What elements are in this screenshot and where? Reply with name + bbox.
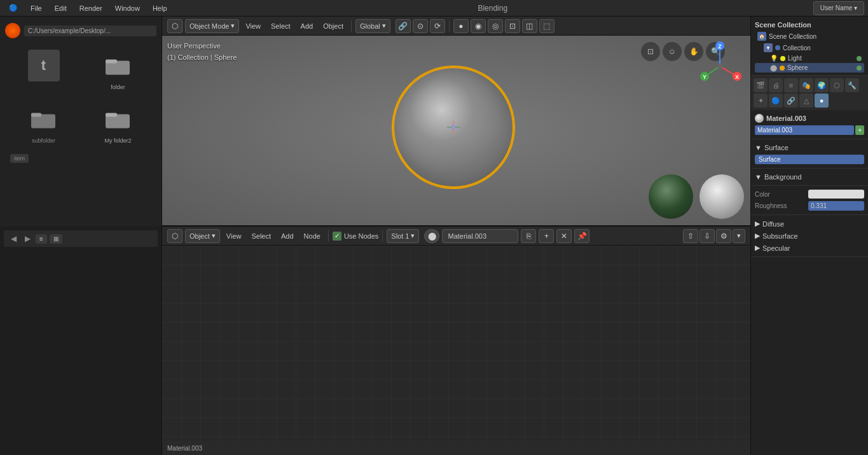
menu-window[interactable]: Window xyxy=(110,3,145,13)
viewport-shading-rendered[interactable]: ◎ xyxy=(488,19,503,33)
node-canvas[interactable]: ▼ Diffuse BSDF BSDF Color xyxy=(162,246,750,455)
collection-item-light[interactable]: 💡 Light xyxy=(755,53,864,63)
shading-sections: ▶ Diffuse ▶ Subsurface ▶ Specular xyxy=(751,215,868,257)
prop-tab-render[interactable]: 🎬 xyxy=(754,78,768,92)
render-preview-icon[interactable]: ☺ xyxy=(663,42,682,61)
viewport-info: User Perspective (1) Collection | Sphere xyxy=(167,41,237,63)
asset-item-folder2[interactable]: subfolder xyxy=(10,103,77,144)
menu-render[interactable]: Render xyxy=(74,3,107,13)
prop-tab-output[interactable]: 🖨 xyxy=(769,78,783,92)
proportional-icon[interactable]: ⊙ xyxy=(413,19,428,33)
menu-edit[interactable]: Edit xyxy=(50,3,72,13)
collection-item-sphere[interactable]: ⬤ Sphere xyxy=(755,63,864,73)
viewport-select-btn[interactable]: Select xyxy=(267,21,294,31)
viewport-overlay-icon[interactable]: ◫ xyxy=(522,19,537,33)
use-nodes-checkbox[interactable]: ✓ xyxy=(333,232,341,241)
slot-dropdown[interactable]: Slot 1 ▾ xyxy=(387,229,419,243)
material-preview-env[interactable] xyxy=(649,174,693,219)
diffuse-section-header[interactable]: ▶ Diffuse xyxy=(755,218,864,230)
viewport-3d[interactable]: User Perspective (1) Collection | Sphere xyxy=(162,36,750,227)
prop-tab-view[interactable]: ≡ xyxy=(784,78,798,92)
node-editor-mode-icon[interactable]: ⬡ xyxy=(167,229,183,243)
node-select-btn[interactable]: Select xyxy=(247,231,275,241)
node-editor-toolbar: ⬡ Object ▾ View Select Add Node ✓ Use No… xyxy=(162,227,750,246)
left-panel-toolbar-btn2[interactable]: ⊞ xyxy=(50,234,62,244)
material-slot-copy[interactable]: + xyxy=(855,125,864,135)
material-header-section: Material.003 Material.003 + xyxy=(751,110,868,139)
left-panel: C:/Users/example/Desktop/... t xyxy=(0,17,162,455)
divider2 xyxy=(449,20,450,32)
material-slot-active[interactable]: Material.003 xyxy=(755,125,854,135)
left-panel-left-arrow[interactable]: ◀ xyxy=(8,233,19,244)
use-nodes-indicator[interactable]: Surface xyxy=(755,155,864,164)
sphere-container[interactable] xyxy=(393,67,520,194)
specular-section-header[interactable]: ▶ Specular xyxy=(755,242,864,254)
material-sphere-icon[interactable]: ⬤ xyxy=(424,229,439,243)
material-name-field[interactable]: Material.003 xyxy=(442,229,518,243)
node-snap-up[interactable]: ⇧ xyxy=(683,229,698,243)
asset-item-t[interactable]: t xyxy=(10,50,77,90)
camera-view-icon[interactable]: ⊡ xyxy=(641,42,660,61)
prop-tab-physics[interactable]: 🔵 xyxy=(769,94,783,108)
collection-label: Collection xyxy=(783,45,811,52)
material-copy-icon[interactable]: ⎘ xyxy=(521,229,536,243)
node-snap-down[interactable]: ⇩ xyxy=(699,229,715,243)
node-node-btn[interactable]: Node xyxy=(300,231,324,241)
scene-collection-section: Scene Collection 🏠 Scene Collection ▼ Co… xyxy=(751,17,868,76)
collection-scene-label: Scene Collection xyxy=(769,33,816,40)
gizmo-container[interactable]: Z X Y xyxy=(694,41,745,92)
node-add-btn[interactable]: Add xyxy=(277,231,298,241)
user-prefs-btn[interactable]: User Name ▾ xyxy=(813,1,864,15)
prop-tab-object[interactable]: ⬡ xyxy=(830,78,844,92)
asset-item-folder1[interactable]: folder xyxy=(85,50,151,90)
use-nodes-checkbox-container[interactable]: ✓ Use Nodes xyxy=(333,232,378,241)
properties-tabs: 🎬 🖨 ≡ 🎭 🌍 ⬡ 🔧 ✦ 🔵 🔗 △ ● xyxy=(751,76,868,110)
roughness-prop-value[interactable]: 0.331 xyxy=(808,201,864,211)
node-status-bar: Material.003 xyxy=(162,441,750,455)
node-object-dropdown[interactable]: Object ▾ xyxy=(185,229,220,243)
viewport-shading-extra[interactable]: ⊡ xyxy=(505,19,520,33)
prop-tab-material[interactable]: ● xyxy=(815,94,829,108)
viewport-xray-icon[interactable]: ⬚ xyxy=(539,19,555,33)
menu-help[interactable]: Help xyxy=(148,3,172,13)
viewport-mode-icon[interactable]: ⬡ xyxy=(167,19,183,33)
surface-section-header[interactable]: ▼ Surface xyxy=(755,142,864,153)
asset-item-folder3[interactable]: My folder2 xyxy=(85,103,151,144)
viewport-object-btn[interactable]: Object xyxy=(319,21,347,31)
prop-tab-scene[interactable]: 🎭 xyxy=(799,78,813,92)
viewport-shading-material[interactable]: ◉ xyxy=(471,19,486,33)
background-section: ▼ Background xyxy=(751,169,868,186)
material-pin-icon[interactable]: 📌 xyxy=(574,229,589,243)
menu-blender[interactable]: 🔵 xyxy=(4,3,23,13)
material-delete-icon[interactable]: ✕ xyxy=(556,229,572,243)
prop-tab-world[interactable]: 🌍 xyxy=(815,78,829,92)
background-section-header[interactable]: ▼ Background xyxy=(755,171,864,183)
node-settings-icon[interactable]: ⚙ xyxy=(716,229,731,243)
light-label: Light xyxy=(788,55,802,62)
global-dropdown[interactable]: Global ▾ xyxy=(355,19,390,33)
asset-browser: C:/Users/example/Desktop/... t xyxy=(0,17,162,227)
viewport-view-btn[interactable]: View xyxy=(242,21,265,31)
subsurface-section-header[interactable]: ▶ Subsurface xyxy=(755,230,864,242)
left-panel-toolbar-btn1[interactable]: ≡ xyxy=(36,234,47,244)
prop-tab-object-data[interactable]: △ xyxy=(799,94,813,108)
collection-item-collection[interactable]: ▼ Collection xyxy=(755,42,864,53)
left-panel-bottom: ◀ ▶ ≡ ⊞ xyxy=(0,227,162,455)
viewport-shading-solid[interactable]: ● xyxy=(453,19,469,33)
light-status-dot xyxy=(857,56,862,61)
prop-tab-modifier[interactable]: 🔧 xyxy=(845,78,859,92)
node-view-btn[interactable]: View xyxy=(223,231,245,241)
snap-icon[interactable]: 🔗 xyxy=(396,19,411,33)
node-extra-dropdown[interactable]: ▾ xyxy=(733,229,745,243)
left-panel-right-arrow[interactable]: ▶ xyxy=(22,233,33,244)
prop-tab-constraints[interactable]: 🔗 xyxy=(784,94,798,108)
collection-item-scene[interactable]: 🏠 Scene Collection xyxy=(755,31,864,42)
prop-tab-particles[interactable]: ✦ xyxy=(754,94,768,108)
material-add-icon[interactable]: + xyxy=(539,229,554,243)
material-preview-grey[interactable] xyxy=(699,174,744,219)
mode-dropdown[interactable]: Object Mode ▾ xyxy=(185,19,239,33)
viewport-add-btn[interactable]: Add xyxy=(297,21,317,31)
menu-file[interactable]: File xyxy=(25,3,47,13)
transform-icon[interactable]: ⟳ xyxy=(430,19,445,33)
color-prop-value[interactable] xyxy=(808,190,864,199)
